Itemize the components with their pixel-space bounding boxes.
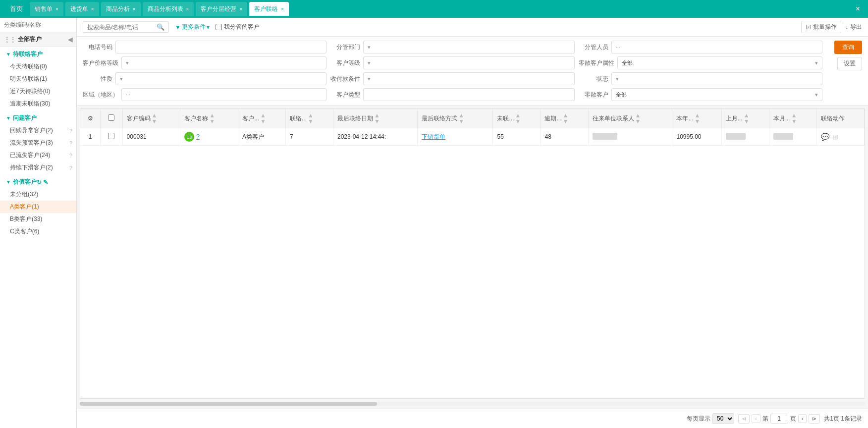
sort-icon[interactable]: ▲▼: [209, 112, 215, 124]
col-last-method[interactable]: 最后联络方式 ▲▼: [418, 109, 493, 128]
phone-input[interactable]: [115, 41, 326, 54]
first-page-button[interactable]: ⊲: [738, 414, 750, 424]
sidebar-item-declining[interactable]: 持续下滑客户(2) ?: [0, 161, 76, 174]
next-page-button[interactable]: ›: [798, 414, 807, 423]
batch-op-button[interactable]: ☑ 批量操作: [801, 21, 841, 33]
col-last-month[interactable]: 上月... ▲▼: [721, 109, 769, 128]
my-customers-check[interactable]: [216, 24, 222, 30]
select-all-checkbox[interactable]: [108, 114, 114, 121]
dept-input[interactable]: ▾: [363, 41, 574, 54]
col-overdue[interactable]: 逾期... ▲▼: [541, 109, 588, 128]
more-conditions-button[interactable]: ▼ 更多条件 ▾: [175, 23, 210, 31]
sidebar-item-unclassified[interactable]: 未分组(32): [0, 188, 76, 201]
col-name[interactable]: 客户名称 ▲▼: [180, 109, 238, 128]
col-level[interactable]: 客户... ▲▼: [238, 109, 285, 128]
page-number-input[interactable]: [770, 414, 788, 424]
tab-purchase[interactable]: 进货单 ×: [65, 2, 99, 16]
search-input[interactable]: [87, 24, 157, 31]
nature-label: 性质: [83, 75, 112, 83]
customer-type-input[interactable]: [363, 88, 574, 101]
sort-icon[interactable]: ▲▼: [458, 112, 464, 124]
close-icon[interactable]: ×: [55, 6, 58, 12]
payment-input[interactable]: ▾: [363, 72, 574, 85]
col-check[interactable]: [101, 109, 122, 128]
tab-product-analysis[interactable]: 商品分析 ×: [101, 2, 141, 16]
close-icon[interactable]: ×: [91, 6, 94, 12]
close-all-button[interactable]: ×: [852, 4, 864, 13]
customer-level-input[interactable]: ▾: [363, 56, 574, 69]
col-contact[interactable]: 联络... ▲▼: [285, 109, 333, 128]
sidebar-item-tomorrow[interactable]: 明天待联络(1): [0, 73, 76, 85]
check-cell[interactable]: [101, 128, 122, 146]
sidebar-item-repurchase-abnormal[interactable]: 回购异常客户(2) ?: [0, 124, 76, 137]
sidebar-search-input[interactable]: [4, 21, 77, 28]
my-customers-checkbox[interactable]: 我分管的客户: [216, 23, 260, 31]
per-page-select[interactable]: 50: [712, 413, 734, 424]
retail-customer-input[interactable]: 全部 ▾: [611, 88, 822, 101]
tab-product-list[interactable]: 商品分析列表 ×: [143, 2, 194, 16]
settings-button[interactable]: 设置: [837, 57, 862, 70]
col-action: 联络动作: [816, 109, 864, 128]
chat-icon[interactable]: 💬: [821, 133, 829, 141]
edit-icon[interactable]: ✎: [43, 179, 48, 186]
sort-icon[interactable]: ▲▼: [260, 112, 266, 124]
home-tab[interactable]: 首页: [4, 4, 29, 13]
row-checkbox[interactable]: [108, 133, 114, 139]
collapse-icon[interactable]: ◀: [68, 36, 72, 43]
last-page-button[interactable]: ⊳: [809, 414, 820, 424]
close-icon[interactable]: ×: [239, 6, 242, 12]
sidebar-item-7days[interactable]: 近7天待联络(0): [0, 85, 76, 98]
close-icon[interactable]: ×: [133, 6, 136, 12]
status-input[interactable]: ▾: [611, 72, 822, 85]
sort-icon[interactable]: ▲▼: [374, 112, 380, 124]
col-this-month[interactable]: 本月... ▲▼: [769, 109, 816, 128]
qr-icon[interactable]: ⊞: [832, 133, 838, 141]
col-unit-contact[interactable]: 往来单位联系人 ▲▼: [588, 109, 672, 128]
sidebar-item-b-class[interactable]: B类客户(33): [0, 213, 76, 225]
sort-icon[interactable]: ▲▼: [694, 112, 700, 124]
col-this-year[interactable]: 本年... ▲▼: [672, 109, 721, 128]
scroll-thumb[interactable]: [80, 402, 377, 406]
region-input[interactable]: ···: [121, 88, 326, 101]
sort-icon[interactable]: ▲▼: [635, 112, 641, 124]
sidebar-item-overdue[interactable]: 逾期未联络(30): [0, 98, 76, 110]
last-method-cell[interactable]: 下销货单: [418, 128, 493, 146]
group-pending-header[interactable]: ▼ 待联络客户: [0, 48, 76, 60]
tab-customer-segment[interactable]: 客户分层经营 ×: [196, 2, 247, 16]
sidebar-item-churn-warning[interactable]: 流失预警客户(3) ?: [0, 137, 76, 149]
sort-icon[interactable]: ▲▼: [563, 112, 569, 124]
last-method-link[interactable]: 下销货单: [422, 133, 445, 140]
price-level-input[interactable]: ▾: [121, 56, 326, 69]
col-last-date[interactable]: 最后联络日期 ▲▼: [333, 109, 417, 128]
customer-name[interactable]: ?: [196, 133, 200, 140]
no-contact-cell: 55: [493, 128, 541, 146]
group-problem-header[interactable]: ▼ 问题客户: [0, 112, 76, 124]
horizontal-scrollbar[interactable]: [80, 402, 865, 406]
retail-attr-input[interactable]: 全部 ▾: [617, 56, 822, 69]
export-button[interactable]: ↓ 导出: [845, 21, 862, 33]
sort-icon[interactable]: ▲▼: [152, 112, 158, 124]
nature-field: 性质 ▾: [83, 72, 326, 85]
close-icon[interactable]: ×: [186, 6, 189, 12]
prev-page-button[interactable]: ‹: [752, 414, 760, 423]
col-settings[interactable]: ⚙: [80, 109, 101, 128]
tab-customer-contact[interactable]: 客户联络 ×: [249, 2, 289, 16]
manager-input[interactable]: ···: [611, 41, 822, 54]
col-no-contact[interactable]: 未联... ▲▼: [493, 109, 541, 128]
sidebar-item-a-class[interactable]: A类客户(1): [0, 201, 76, 213]
nature-input[interactable]: ▾: [115, 72, 326, 85]
group-value-header[interactable]: ▼ 价值客户 ↻ ✎: [0, 176, 76, 188]
sort-icon[interactable]: ▲▼: [515, 112, 521, 124]
sort-icon[interactable]: ▲▼: [744, 112, 750, 124]
sort-icon[interactable]: ▲▼: [791, 112, 797, 124]
sidebar-item-c-class[interactable]: C类客户(6): [0, 225, 76, 238]
refresh-icon[interactable]: ↻: [37, 179, 42, 186]
close-icon[interactable]: ×: [281, 6, 284, 12]
sidebar-item-today[interactable]: 今天待联络(0): [0, 60, 76, 73]
col-code[interactable]: 客户编码 ▲▼: [122, 109, 180, 128]
sidebar-item-churned[interactable]: 已流失客户(24) ?: [0, 149, 76, 161]
query-button[interactable]: 查询: [834, 41, 862, 54]
sort-icon[interactable]: ▲▼: [308, 112, 314, 124]
search-icon[interactable]: 🔍: [157, 23, 164, 31]
tab-sales[interactable]: 销售单 ×: [30, 2, 63, 16]
